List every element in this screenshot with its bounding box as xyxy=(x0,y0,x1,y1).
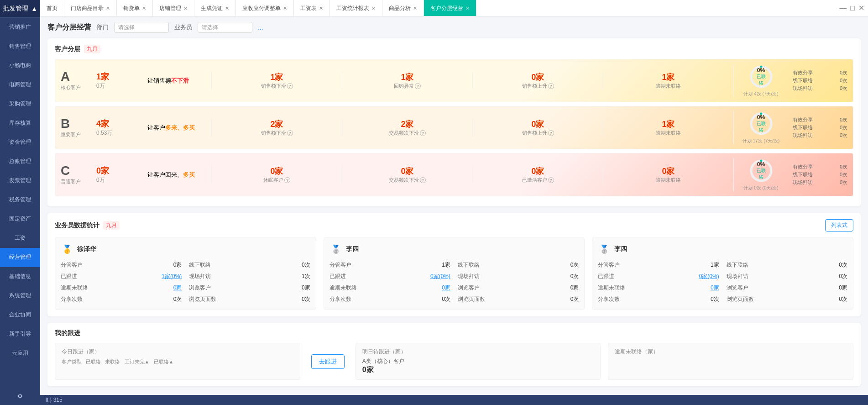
sidebar-item-zongzhang[interactable]: 总账管理 xyxy=(0,152,40,171)
tab-4[interactable]: 生成凭证✕ xyxy=(194,0,236,16)
info-icon-c-1[interactable]: ? xyxy=(420,177,426,183)
info-icon-b-1[interactable]: ? xyxy=(420,130,426,136)
tier-stat-a-3[interactable]: 1家逾期未联络 xyxy=(603,72,733,89)
stat-label-b-2: 销售额上升? xyxy=(476,130,599,137)
info-icon-a-0[interactable]: ? xyxy=(287,83,293,89)
stat-num-b-0: 2家 xyxy=(215,119,338,130)
staff-key-0-0: 分管客户 xyxy=(61,261,83,269)
stat-num-b-2: 0家 xyxy=(476,119,599,130)
staff-val-1-4[interactable]: 0家 xyxy=(442,284,450,292)
tier-stat-c-0[interactable]: 0家休眠客户? xyxy=(211,166,342,184)
stat-label-a-3: 逾期未联络 xyxy=(607,83,730,89)
tab-close-icon-5[interactable]: ✕ xyxy=(283,0,287,16)
tab-9[interactable]: 客户分层经营✕ xyxy=(424,0,476,16)
side-stat-val-c-2: 0次 xyxy=(840,179,847,186)
staff-select[interactable]: 请选择 xyxy=(198,22,252,33)
sidebar-item-xinshou[interactable]: 新手引导 xyxy=(0,325,40,344)
staff-val-0-4[interactable]: 0家 xyxy=(173,284,182,292)
circle-center-a: 0% 已联络 xyxy=(755,67,768,86)
staff-val-2-2[interactable]: 0家(0%) xyxy=(699,273,719,280)
sidebar-item-jichuxinxi[interactable]: 基础信息 xyxy=(0,267,40,286)
tab-0[interactable]: 首页 xyxy=(40,0,64,16)
sidebar-item-jingying[interactable]: 经营管理 xyxy=(0,248,40,267)
staff-val-2-1: 0次 xyxy=(839,261,847,269)
tier-stat-b-3[interactable]: 1家逾期未联络 xyxy=(603,119,733,137)
tab-7[interactable]: 工资统计报表✕ xyxy=(330,0,382,16)
circle-container-c: 0% 已联络 xyxy=(748,158,774,184)
tab-close-icon-8[interactable]: ✕ xyxy=(413,0,417,16)
staff-val-0-1: 0次 xyxy=(302,261,310,269)
info-icon-a-1[interactable]: ? xyxy=(415,83,421,89)
staff-val-0-2[interactable]: 1家(0%) xyxy=(162,273,182,280)
tier-name-c: 普通客户 xyxy=(61,178,93,185)
tier-stat-b-2[interactable]: 0家销售额上升? xyxy=(472,119,603,137)
staff-row-2-0: 分管客户1家 xyxy=(598,260,719,270)
staff-val-1-2[interactable]: 0家(0%) xyxy=(430,273,450,280)
side-stat-b-0: 有效分享0次 xyxy=(793,116,847,123)
tab-close-icon-2[interactable]: ✕ xyxy=(142,0,146,16)
sidebar-item-kucun[interactable]: 库存核算 xyxy=(0,114,40,133)
stat-label-c-0: 休眠客户? xyxy=(215,177,338,184)
settings-item[interactable]: ⚙ xyxy=(0,387,40,405)
sidebar-item-xiaodian[interactable]: 小畅电商 xyxy=(0,56,40,75)
circle-pct-c: 0% xyxy=(755,161,768,168)
info-icon-c-2[interactable]: ? xyxy=(548,177,554,183)
tab-close-icon-9[interactable]: ✕ xyxy=(465,0,470,16)
sidebar-item-xiaoshou[interactable]: 销售管理 xyxy=(0,37,40,56)
sidebar-collapse-icon[interactable]: ▲ xyxy=(31,5,37,12)
tier-stat-c-1[interactable]: 0家交易频次下滑? xyxy=(342,166,472,184)
sidebar-item-fapiao[interactable]: 发票管理 xyxy=(0,171,40,190)
tier-stat-b-1[interactable]: 2家交易频次下滑? xyxy=(342,119,472,137)
bottom-bar: lt } 315 xyxy=(40,395,868,405)
sidebar-item-caigou[interactable]: 采购管理 xyxy=(0,95,40,114)
tab-8[interactable]: 商品分析✕ xyxy=(382,0,424,16)
stat-num-a-3: 1家 xyxy=(607,72,730,83)
filter-ellipsis[interactable]: ... xyxy=(258,24,263,31)
tab-1[interactable]: 门店商品目录✕ xyxy=(64,0,117,16)
tier-stat-b-0[interactable]: 2家销售额下滑? xyxy=(211,119,342,137)
tier-label-b: B重要客户 xyxy=(61,117,93,138)
side-stat-a-1: 线下联络0次 xyxy=(793,77,847,84)
sidebar-item-gudingzichan[interactable]: 固定资产 xyxy=(0,210,40,229)
tab-close-icon-4[interactable]: ✕ xyxy=(225,0,229,16)
tier-stat-c-3[interactable]: 0家逾期未联络 xyxy=(603,166,733,184)
sidebar-item-zijin[interactable]: 资金管理 xyxy=(0,133,40,152)
window-close-icon[interactable]: ✕ xyxy=(858,4,864,12)
tier-stat-c-2[interactable]: 0家已激活客户? xyxy=(472,166,603,184)
window-restore-icon[interactable]: □ xyxy=(850,4,855,12)
staff-key-1-3: 现场拜访 xyxy=(458,273,480,280)
tab-3[interactable]: 店铺管理✕ xyxy=(153,0,194,16)
tier-stat-a-1[interactable]: 1家回购异常? xyxy=(342,72,472,89)
tab-close-icon-3[interactable]: ✕ xyxy=(183,0,188,16)
dept-label: 部门 xyxy=(97,23,109,32)
info-icon-c-0[interactable]: ? xyxy=(284,177,290,183)
info-icon-a-2[interactable]: ? xyxy=(548,83,554,89)
sidebar-item-dianshang[interactable]: 电商管理 xyxy=(0,75,40,95)
list-view-button[interactable]: 列表式 xyxy=(825,219,853,231)
sidebar-item-qiyexieyue[interactable]: 企业协同 xyxy=(0,305,40,325)
dept-select[interactable]: 请选择 xyxy=(114,22,169,33)
staff-key-0-5: 浏览客户 xyxy=(189,284,211,292)
tab-close-icon-6[interactable]: ✕ xyxy=(319,0,323,16)
tab-5[interactable]: 应收应付调整单✕ xyxy=(236,0,294,16)
window-minimize-icon[interactable]: — xyxy=(839,4,847,12)
tier-stat-a-0[interactable]: 1家销售额下滑? xyxy=(211,72,342,89)
tab-close-icon-7[interactable]: ✕ xyxy=(371,0,376,16)
tabs-bar: 首页门店商品目录✕销货单✕店铺管理✕生成凭证✕应收应付调整单✕工资表✕工资统计报… xyxy=(40,0,868,16)
staff-key-0-6: 分享次数 xyxy=(61,295,83,303)
sidebar-item-yunyingyong[interactable]: 云应用 xyxy=(0,344,40,363)
info-icon-b-0[interactable]: ? xyxy=(287,130,293,136)
staff-row-0-4: 逾期未联络0家 xyxy=(61,283,182,293)
goto-followup-button[interactable]: 去跟进 xyxy=(311,354,345,369)
sidebar-item-yingxiao[interactable]: 营销推广 xyxy=(0,18,40,37)
tab-close-icon-1[interactable]: ✕ xyxy=(106,0,110,16)
info-icon-b-2[interactable]: ? xyxy=(548,130,554,136)
tier-stat-a-2[interactable]: 0家销售额上升? xyxy=(472,72,603,89)
sidebar-item-xitong[interactable]: 系统管理 xyxy=(0,286,40,305)
tab-2[interactable]: 销货单✕ xyxy=(117,0,153,16)
staff-val-2-4[interactable]: 0家 xyxy=(711,284,719,292)
sidebar-item-shuiwu[interactable]: 税务管理 xyxy=(0,190,40,210)
sidebar-item-gongzi[interactable]: 工资 xyxy=(0,229,40,248)
staff-key-0-7: 浏览页面数 xyxy=(189,295,216,303)
tab-6[interactable]: 工资表✕ xyxy=(294,0,330,16)
